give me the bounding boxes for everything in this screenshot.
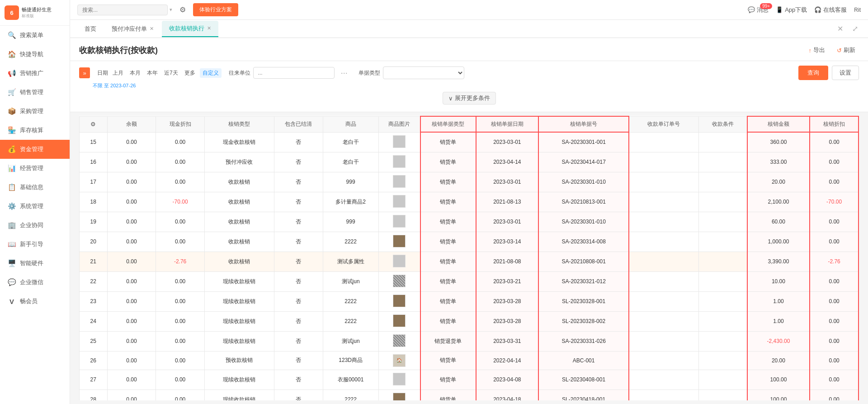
filter-bar: » 日期 上月 本月 本年 近7天 更多 自定义 往来单位 ···: [70, 61, 868, 112]
date-this-year[interactable]: 本年: [145, 68, 160, 78]
cell-cancel-doc-no[interactable]: SL-20230418-001: [538, 390, 629, 400]
cell-remainder: 0.00: [107, 311, 156, 331]
col-header-cancel-discount: 核销折扣: [810, 116, 859, 132]
page-actions: ↑ 导出 ↺ 刷新: [805, 44, 859, 56]
receipts-tab-close[interactable]: ✕: [207, 25, 211, 31]
table-row: 18 0.00 -70.00 收款核销 否 多计量商品2 销货单 2021-08…: [80, 192, 859, 212]
topbar-search-input[interactable]: [77, 5, 168, 15]
cell-cancel-doc-no[interactable]: SL-20230328-002: [538, 311, 629, 331]
online-service-link[interactable]: 🎧 在线客服: [814, 6, 847, 14]
hardware-icon: 🖥️: [7, 259, 16, 267]
cell-cancel-doc-no[interactable]: SA-20230321-012: [538, 271, 629, 291]
cell-receipt-condition: [698, 212, 747, 232]
sidebar-item-basic[interactable]: 📋 基础信息: [0, 178, 70, 197]
topbar-right: 💬 消息 99+ 📱 App下载 🎧 在线客服 Rit: [748, 6, 861, 14]
date-7days[interactable]: 近7天: [162, 68, 180, 78]
table-row: 22 0.00 0.00 现续收款核销 否 测试jun 销货单 2023-03-…: [80, 271, 859, 291]
cell-cancel-doc-no[interactable]: SA-20210813-001: [538, 192, 629, 212]
sidebar-label-inventory: 库存核算: [20, 126, 43, 134]
sidebar-item-wechat[interactable]: 💬 企业微信: [0, 273, 70, 292]
col-header-remainder: 余额: [107, 116, 156, 132]
table-row: 17 0.00 0.00 收款核销 否 999 销货单 2023-03-01 S…: [80, 172, 859, 192]
window-controls: ✕ ⤢: [835, 24, 861, 34]
cell-cancel-doc-no[interactable]: SA-20230301-001: [538, 132, 629, 152]
industry-solution-button[interactable]: 体验行业方案: [193, 3, 238, 16]
cell-receipt-order-no: [629, 331, 698, 351]
cell-no: 28: [80, 390, 108, 400]
column-settings-button[interactable]: 设置: [832, 66, 859, 80]
cell-cancel-doc-no[interactable]: SL-20230408-001: [538, 370, 629, 390]
cell-cancel-type: 现续收款核销: [204, 370, 274, 390]
cell-receipt-condition: [698, 252, 747, 271]
sidebar-item-guide[interactable]: 📖 新手引导: [0, 235, 70, 254]
headset-icon: 🎧: [814, 6, 821, 13]
cell-cancel-discount: 0.00: [810, 291, 859, 311]
cell-cancel-doc-date: 2021-08-08: [476, 252, 538, 271]
cell-remainder: 0.00: [107, 291, 156, 311]
cell-cancel-doc-no[interactable]: SL-20230328-001: [538, 291, 629, 311]
partner-filter-input[interactable]: [253, 67, 335, 79]
sidebar-item-search[interactable]: 🔍 搜索菜单: [0, 26, 70, 45]
col-settings-icon: ⚙: [90, 121, 96, 128]
tab-prepay[interactable]: 预付冲应付单 ✕: [104, 21, 161, 37]
sidebar-item-finance[interactable]: 💰 资金管理: [0, 140, 70, 159]
col-header-settings[interactable]: ⚙: [80, 116, 108, 132]
table-container[interactable]: ⚙ 余额 现金折扣 核销类型 包含已结清 商品 商品图片 核销单据类型 核销单据…: [79, 116, 859, 400]
sidebar-item-purchase[interactable]: 📦 采购管理: [0, 102, 70, 121]
doctype-filter-select[interactable]: [383, 67, 464, 79]
sidebar-label-wechat: 企业微信: [20, 278, 43, 286]
settings-icon[interactable]: ⚙: [178, 4, 188, 16]
cell-cancel-doc-date: 2022-04-14: [476, 351, 538, 370]
app-download-link[interactable]: 📱 App下载: [776, 6, 807, 14]
dropdown-icon: ▾: [170, 7, 172, 13]
cell-cancel-type: 现续收款核销: [204, 390, 274, 400]
prepay-tab-close[interactable]: ✕: [150, 26, 154, 32]
cell-cash-discount: 0.00: [156, 271, 205, 291]
date-custom[interactable]: 自定义: [200, 68, 222, 78]
tab-home[interactable]: 首页: [77, 21, 104, 37]
date-last-month[interactable]: 上月: [111, 68, 125, 78]
query-button[interactable]: 查询: [798, 66, 828, 80]
sidebar-item-operations[interactable]: 📊 经营管理: [0, 159, 70, 178]
tab-receipts[interactable]: 收款核销执行 ✕: [162, 21, 218, 37]
cell-cancel-doc-no[interactable]: SA-20210808-001: [538, 252, 629, 271]
cell-cancel-doc-no[interactable]: ABC-001: [538, 351, 629, 370]
date-this-month[interactable]: 本月: [128, 68, 142, 78]
date-more[interactable]: 更多: [183, 68, 197, 78]
message-button[interactable]: 💬 消息 99+: [748, 6, 769, 14]
sidebar-item-marketing[interactable]: 📢 营销推广: [0, 64, 70, 83]
cell-product: 999: [323, 172, 378, 192]
sidebar-item-shortcuts[interactable]: 🏠 快捷导航: [0, 45, 70, 64]
cell-cancel-doc-type: 销货单: [420, 291, 476, 311]
cell-cancel-doc-no[interactable]: SA-20230301-010: [538, 212, 629, 232]
col-header-cancel-doc-date: 核销单据日期: [476, 116, 538, 132]
cell-cancel-doc-no[interactable]: SA-20230331-026: [538, 331, 629, 351]
chevron-down-icon: ∨: [448, 95, 453, 102]
cell-cancel-amount: 2,100.00: [747, 192, 810, 212]
sidebar-item-sales[interactable]: 🛒 销售管理: [0, 83, 70, 102]
sidebar-item-system[interactable]: ⚙️ 系统管理: [0, 197, 70, 216]
cell-cancel-doc-no[interactable]: SA-20230301-010: [538, 172, 629, 192]
close-window-button[interactable]: ✕: [835, 24, 846, 34]
sidebar-item-hardware[interactable]: 🖥️ 智能硬件: [0, 254, 70, 273]
cell-cancel-discount: -2.76: [810, 252, 859, 271]
sidebar-item-inventory[interactable]: 🏪 库存核算: [0, 121, 70, 140]
cell-cancel-type: 收款核销: [204, 172, 274, 192]
expand-conditions-button[interactable]: ∨ 展开更多条件: [443, 92, 496, 105]
sidebar-item-enterprise[interactable]: 🏢 企业协同: [0, 216, 70, 235]
export-button[interactable]: ↑ 导出: [805, 44, 829, 56]
cell-cancel-doc-no[interactable]: SA-20230414-017: [538, 152, 629, 172]
cell-include-settled: 否: [274, 370, 323, 390]
sidebar-item-member[interactable]: V 畅会员: [0, 292, 70, 311]
refresh-button[interactable]: ↺ 刷新: [833, 44, 859, 56]
cell-cancel-type: 收款核销: [204, 192, 274, 212]
cell-remainder: 0.00: [107, 132, 156, 152]
sidebar-label-purchase: 采购管理: [20, 107, 43, 115]
cell-cancel-doc-no[interactable]: SA-20230314-008: [538, 232, 629, 252]
user-name: Rit: [854, 7, 861, 13]
member-icon: V: [7, 298, 16, 305]
partner-more-button[interactable]: ···: [337, 68, 351, 78]
cell-cancel-doc-type: 销货退货单: [420, 331, 476, 351]
expand-window-button[interactable]: ⤢: [849, 24, 861, 34]
collapse-button[interactable]: »: [79, 67, 90, 78]
